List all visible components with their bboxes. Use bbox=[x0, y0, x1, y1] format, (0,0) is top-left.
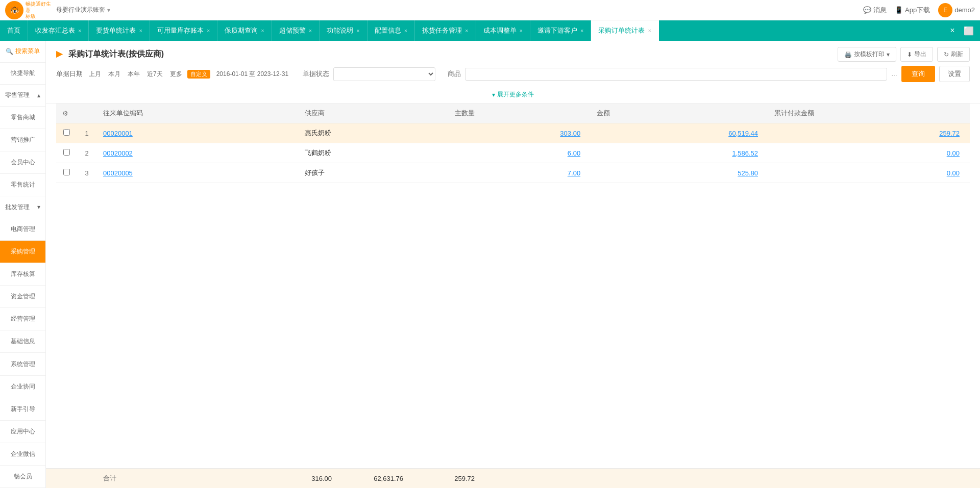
sidebar-item-retail-mgmt[interactable]: 零售管理 ▴ bbox=[0, 85, 45, 107]
row-checkbox[interactable] bbox=[56, 143, 77, 163]
tab-available-stock[interactable]: 可用量库存账本 × bbox=[150, 20, 217, 41]
tab-shelf-life[interactable]: 保质期查询 × bbox=[217, 20, 272, 41]
sidebar-item-ecommerce[interactable]: 电商管理 bbox=[0, 218, 45, 241]
tab-receive-summary[interactable]: 收发存汇总表 × bbox=[28, 20, 89, 41]
goods-filter-label: 商品 bbox=[448, 69, 461, 79]
sidebar-item-system[interactable]: 系统管理 bbox=[0, 353, 45, 375]
breadcrumb-arrow: ▾ bbox=[107, 7, 110, 14]
settings-button[interactable]: 设置 bbox=[939, 66, 970, 82]
shortcut-last-month[interactable]: 上月 bbox=[87, 69, 103, 80]
close-icon[interactable]: × bbox=[139, 28, 142, 34]
tab-goods-stats[interactable]: 要货单统计表 × bbox=[89, 20, 150, 41]
row-unit-code[interactable]: 00020001 bbox=[97, 123, 299, 143]
sidebar-item-retail-shop[interactable]: 零售商城 bbox=[0, 107, 45, 129]
close-icon[interactable]: × bbox=[78, 28, 81, 34]
row-checkbox[interactable] bbox=[56, 123, 77, 143]
close-icon[interactable]: × bbox=[356, 28, 359, 34]
tab-home[interactable]: 首页 bbox=[0, 20, 28, 41]
row-unit-code[interactable]: 00020002 bbox=[97, 143, 299, 163]
shortcut-this-year[interactable]: 本年 bbox=[126, 69, 142, 80]
close-icon[interactable]: × bbox=[261, 28, 264, 34]
sidebar-item-label: 经营管理 bbox=[11, 315, 35, 323]
goods-more-icon[interactable]: … bbox=[891, 70, 897, 78]
row-paid-amount[interactable]: 0.00 bbox=[768, 163, 970, 183]
sidebar-item-newbie[interactable]: 新手引导 bbox=[0, 398, 45, 421]
tab-purchase-order-stats[interactable]: 采购订单统计表 × bbox=[591, 20, 658, 41]
message-btn[interactable]: 💬 消息 bbox=[863, 6, 887, 15]
row-no: 3 bbox=[77, 163, 97, 183]
sidebar-search[interactable]: 🔍 搜索菜单 bbox=[0, 41, 45, 63]
row-checkbox[interactable] bbox=[56, 163, 77, 183]
row-paid-amount[interactable]: 259.72 bbox=[768, 123, 970, 143]
close-icon[interactable]: × bbox=[207, 28, 210, 34]
status-select[interactable] bbox=[333, 67, 435, 81]
shortcut-this-month[interactable]: 本月 bbox=[106, 69, 122, 80]
row-unit-code[interactable]: 00020005 bbox=[97, 163, 299, 183]
sidebar-item-label: 资金管理 bbox=[11, 292, 35, 301]
table-row[interactable]: 1 00020001 惠氏奶粉 303.00 60,519.44 259.72 bbox=[56, 123, 970, 143]
row-paid-amount[interactable]: 0.00 bbox=[768, 143, 970, 163]
query-button[interactable]: 查询 bbox=[901, 66, 935, 82]
close-icon[interactable]: × bbox=[309, 28, 312, 34]
page-title: ▶ 采购订单统计表(按供应商) bbox=[56, 49, 164, 60]
tab-label: 保质期查询 bbox=[225, 26, 258, 35]
settings-icon[interactable]: ⚙ bbox=[62, 110, 68, 117]
search-icon: 🔍 bbox=[6, 48, 13, 55]
table-row[interactable]: 3 00020005 好孩子 7.00 525.80 0.00 bbox=[56, 163, 970, 183]
row-amount[interactable]: 1,586.52 bbox=[591, 143, 768, 163]
expand-sidebar-btn[interactable]: ▶ bbox=[56, 49, 62, 58]
close-icon[interactable]: × bbox=[520, 28, 523, 34]
export-button[interactable]: ⬇ 导出 bbox=[900, 47, 933, 62]
goods-search-input[interactable] bbox=[465, 68, 887, 81]
sidebar-item-member[interactable]: 会员中心 bbox=[0, 151, 45, 174]
close-icon[interactable]: × bbox=[404, 28, 407, 34]
checkbox-input[interactable] bbox=[63, 149, 70, 156]
sidebar-item-retail-stats[interactable]: 零售统计 bbox=[0, 174, 45, 196]
sidebar-item-marketing[interactable]: 营销推广 bbox=[0, 129, 45, 151]
sidebar-item-label: 零售统计 bbox=[11, 181, 35, 189]
avatar: E bbox=[938, 3, 952, 17]
sidebar-item-basic-info[interactable]: 基础信息 bbox=[0, 330, 45, 353]
sidebar-item-label: 应用中心 bbox=[11, 427, 35, 436]
sidebar-item-wholesale[interactable]: 批发管理 ▾ bbox=[0, 196, 45, 218]
sidebar-item-member2[interactable]: 畅会员 bbox=[0, 466, 45, 488]
tab-cost-adjust[interactable]: 成本调整单 × bbox=[476, 20, 530, 41]
tab-invite-downstream[interactable]: 邀请下游客户 × bbox=[530, 20, 591, 41]
shortcut-7days[interactable]: 近7天 bbox=[145, 69, 165, 80]
row-main-qty[interactable]: 7.00 bbox=[449, 163, 591, 183]
sidebar-item-label: 会员中心 bbox=[11, 158, 35, 167]
refresh-button[interactable]: ↻ 刷新 bbox=[937, 47, 970, 62]
close-icon[interactable]: × bbox=[580, 28, 583, 34]
sidebar-item-inventory[interactable]: 库存核算 bbox=[0, 263, 45, 286]
footer-paid-amount: 259.72 bbox=[413, 475, 485, 482]
nav-close-btn[interactable]: × bbox=[945, 23, 960, 38]
tab-config[interactable]: 配置信息 × bbox=[368, 20, 415, 41]
nav-maximize-btn[interactable]: ⬜ bbox=[962, 23, 976, 38]
sidebar-item-app-center[interactable]: 应用中心 bbox=[0, 421, 45, 443]
user-area[interactable]: E demo2 bbox=[938, 3, 975, 17]
tab-func-desc[interactable]: 功能说明 × bbox=[320, 20, 367, 41]
search-label: 搜索菜单 bbox=[15, 47, 40, 56]
table-row[interactable]: 2 00020002 飞鹤奶粉 6.00 1,586.52 0.00 bbox=[56, 143, 970, 163]
close-icon[interactable]: × bbox=[465, 28, 468, 34]
row-main-qty[interactable]: 6.00 bbox=[449, 143, 591, 163]
checkbox-input[interactable] bbox=[63, 129, 70, 136]
sidebar-item-collab[interactable]: 企业协同 bbox=[0, 376, 45, 398]
row-main-qty[interactable]: 303.00 bbox=[449, 123, 591, 143]
expand-more-btn[interactable]: ▾ 展开更多条件 bbox=[492, 90, 534, 99]
checkbox-input[interactable] bbox=[63, 169, 70, 175]
app-download-btn[interactable]: 📱 App下载 bbox=[895, 6, 930, 15]
tab-overstock[interactable]: 超储预警 × bbox=[272, 20, 320, 41]
row-amount[interactable]: 525.80 bbox=[591, 163, 768, 183]
print-button[interactable]: 🖨️ 按模板打印 ▾ bbox=[838, 47, 896, 62]
sidebar-quicknav[interactable]: 快捷导航 bbox=[0, 63, 45, 85]
close-icon[interactable]: × bbox=[648, 28, 651, 34]
shortcut-more[interactable]: 更多 bbox=[168, 69, 184, 80]
sidebar-item-finance[interactable]: 资金管理 bbox=[0, 286, 45, 308]
tab-pick-task[interactable]: 拣货任务管理 × bbox=[415, 20, 476, 41]
row-amount[interactable]: 60,519.44 bbox=[591, 123, 768, 143]
sidebar-item-label: 基础信息 bbox=[11, 337, 35, 346]
sidebar-item-operations[interactable]: 经营管理 bbox=[0, 308, 45, 330]
sidebar-item-purchase[interactable]: 采购管理 bbox=[0, 241, 45, 263]
sidebar-item-wechat[interactable]: 企业微信 bbox=[0, 443, 45, 466]
